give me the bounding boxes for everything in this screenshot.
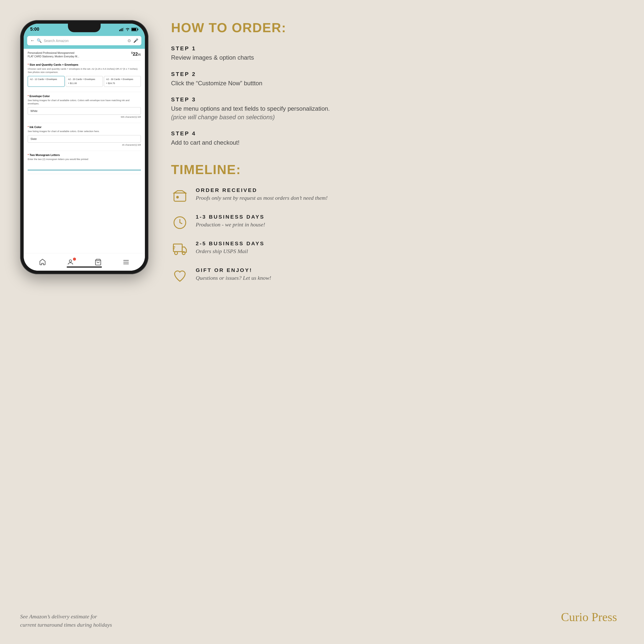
footer-line1: See Amazon’s delivery estimate for xyxy=(20,612,112,621)
step-3-desc: Use menu options and text fields to spec… xyxy=(171,104,624,121)
step-3-label: STEP 3 xyxy=(171,96,624,103)
card-option-2-label: A2 - 20 Cards + Envelopes xyxy=(68,78,100,81)
step-2-label: STEP 2 xyxy=(171,71,624,77)
timeline-label-3: 2-5 BUSINESS DAYS xyxy=(196,240,265,247)
search-icon: 🔍 xyxy=(37,38,42,43)
search-bar[interactable]: ← 🔍 Search Amazon ⊙ 🎤 xyxy=(27,36,141,45)
step-4: STEP 4 Add to cart and checkout! xyxy=(171,130,624,147)
step-4-desc: Add to cart and checkout! xyxy=(171,138,624,147)
how-to-order-title: HOW TO ORDER: xyxy=(171,20,624,35)
timeline-item-4: GIFT OR ENJOY! Questions or issues? Let … xyxy=(171,267,624,285)
timeline-title: TIMELINE: xyxy=(171,162,624,177)
timeline-label-2: 1-3 BUSINESS DAYS xyxy=(196,214,265,220)
section1-desc: Choose card size and quantity cards + en… xyxy=(28,67,141,74)
svg-rect-6 xyxy=(132,28,136,30)
home-indicator xyxy=(67,266,102,268)
svg-rect-0 xyxy=(119,30,120,31)
card-option-1[interactable]: A2 - 12 Cards + Envelopes xyxy=(28,76,65,87)
envelope-char-count: 995 character(s) left xyxy=(28,116,141,118)
timeline-item-3: 2-5 BUSINESS DAYS Orders ship USPS Mail xyxy=(171,240,624,258)
step-3: STEP 3 Use menu options and text fields … xyxy=(171,96,624,121)
back-button[interactable]: ← xyxy=(30,38,35,43)
nav-menu[interactable] xyxy=(123,259,130,266)
timeline-items: ORDER RECEIVED Proofs only sent by reque… xyxy=(171,187,624,285)
svg-text:Curio Press: Curio Press xyxy=(561,610,617,624)
step-1-label: STEP 1 xyxy=(171,45,624,52)
step-3-note: (price will change based on selections) xyxy=(171,114,275,120)
phone-mockup: 5:00 xyxy=(20,20,148,274)
search-actions: ⊙ 🎤 xyxy=(128,38,138,43)
section3-label: * Ink Color xyxy=(28,126,141,129)
signal-icon xyxy=(119,28,124,31)
svg-rect-2 xyxy=(122,28,123,31)
search-input[interactable]: Search Amazon xyxy=(44,39,126,43)
timeline-desc-1: Proofs only sent by request as most orde… xyxy=(196,194,328,202)
svg-point-17 xyxy=(182,252,185,255)
nav-profile[interactable]: · xyxy=(67,259,74,266)
battery-icon xyxy=(131,28,138,31)
order-received-icon xyxy=(171,187,189,205)
brand-logo-svg: Curio Press xyxy=(558,606,624,626)
footer-note: See Amazon’s delivery estimate for curre… xyxy=(20,612,112,629)
step-1: STEP 1 Review images & option charts xyxy=(171,45,624,62)
timeline-item-2: 1-3 BUSINESS DAYS Production - we print … xyxy=(171,214,624,231)
timeline-desc-2: Production - we print in house! xyxy=(196,221,265,229)
bottom-nav: · xyxy=(24,253,145,271)
ink-char-count: 45 character(s) left xyxy=(28,144,141,146)
timeline-content-3: 2-5 BUSINESS DAYS Orders ship USPS Mail xyxy=(196,240,265,255)
section4-label: * Two Monogram Letters xyxy=(28,153,141,156)
clock-icon xyxy=(171,214,189,231)
svg-point-7 xyxy=(69,260,71,262)
product-header: Personalized Professional Monogrammed FL… xyxy=(28,51,141,61)
card-option-1-label: A2 - 12 Cards + Envelopes xyxy=(30,78,62,81)
step-1-desc: Review images & option charts xyxy=(171,53,624,62)
timeline-content-1: ORDER RECEIVED Proofs only sent by reque… xyxy=(196,187,328,202)
camera-icon[interactable]: ⊙ xyxy=(128,38,131,43)
step-2: STEP 2 Click the “Customize Now” buttton xyxy=(171,71,624,88)
svg-rect-3 xyxy=(123,28,124,31)
phone-outer: 5:00 xyxy=(20,20,148,274)
ink-color-section: * Ink Color See listing images for chart… xyxy=(28,126,141,151)
step-4-label: STEP 4 xyxy=(171,130,624,137)
monogram-section: * Two Monogram Letters Enter the two (2)… xyxy=(28,153,141,174)
truck-icon xyxy=(171,240,189,258)
product-price: $2295 xyxy=(131,51,141,57)
envelope-color-section: * Envelope Color See listing images for … xyxy=(28,95,141,123)
timeline-label-4: GIFT OR ENJOY! xyxy=(196,267,271,273)
section3-desc: See listing images for chart of availabl… xyxy=(28,130,141,133)
cart-icon xyxy=(95,259,102,266)
footer-line2: current turnaround times during holidays xyxy=(20,621,112,629)
phone-screen: 5:00 xyxy=(24,24,145,271)
card-options-group: A2 - 12 Cards + Envelopes A2 - 20 Cards … xyxy=(28,76,141,87)
right-panel: HOW TO ORDER: STEP 1 Review images & opt… xyxy=(171,20,624,285)
svg-rect-1 xyxy=(120,29,121,31)
svg-rect-12 xyxy=(174,193,186,201)
timeline-item-1: ORDER RECEIVED Proofs only sent by reque… xyxy=(171,187,624,205)
timeline-desc-3: Orders ship USPS Mail xyxy=(196,248,265,255)
section2-desc: See listing images for chart of availabl… xyxy=(28,99,141,105)
nav-home[interactable] xyxy=(39,259,46,266)
timeline-content-4: GIFT OR ENJOY! Questions or issues? Let … xyxy=(196,267,271,282)
timeline-desc-4: Questions or issues? Let us know! xyxy=(196,274,271,282)
mic-icon[interactable]: 🎤 xyxy=(133,38,138,43)
card-option-2[interactable]: A2 - 20 Cards + Envelopes + $11.00 xyxy=(66,76,103,87)
envelope-color-input[interactable] xyxy=(28,107,141,115)
menu-icon xyxy=(123,259,130,266)
status-icons xyxy=(119,28,138,31)
ink-color-input[interactable] xyxy=(28,135,141,143)
product-content: Personalized Professional Monogrammed FL… xyxy=(24,49,145,179)
nav-cart[interactable] xyxy=(95,259,102,266)
heart-icon xyxy=(171,267,189,285)
card-option-3[interactable]: A2 - 30 Cards + Envelopes + $24.75 xyxy=(104,76,141,87)
step-2-desc: Click the “Customize Now” buttton xyxy=(171,79,624,88)
svg-point-13 xyxy=(177,196,178,198)
home-icon xyxy=(39,259,46,266)
card-option-2-price: + $11.00 xyxy=(68,82,100,85)
search-bar-area: ← 🔍 Search Amazon ⊙ 🎤 xyxy=(24,34,145,49)
status-time: 5:00 xyxy=(30,27,39,32)
phone-notch xyxy=(68,24,101,32)
svg-rect-5 xyxy=(138,29,138,30)
svg-rect-15 xyxy=(173,244,182,252)
monogram-input[interactable] xyxy=(28,163,141,170)
product-title: Personalized Professional Monogrammed FL… xyxy=(28,51,81,58)
